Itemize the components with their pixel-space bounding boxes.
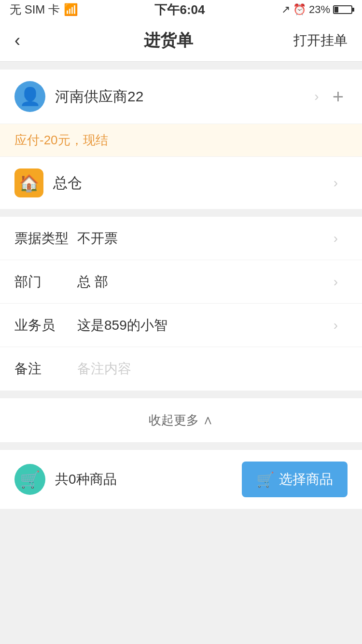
select-icon: 🛒 bbox=[256, 471, 274, 488]
supplier-name: 河南供应商22 bbox=[55, 87, 314, 107]
warehouse-chevron-icon: › bbox=[334, 175, 338, 191]
select-product-label: 选择商品 bbox=[279, 470, 333, 489]
supplier-chevron-icon: › bbox=[314, 89, 319, 104]
notice-bar: 应付-20元，现结 bbox=[0, 124, 362, 156]
department-value: 总 部 bbox=[77, 273, 334, 291]
time-label: 下午6:04 bbox=[154, 1, 205, 18]
add-supplier-button[interactable]: + bbox=[329, 86, 348, 108]
carrier-label: 无 SIM 卡 bbox=[10, 2, 60, 17]
remark-value: 备注内容 bbox=[77, 360, 348, 378]
salesperson-value: 这是859的小智 bbox=[77, 316, 334, 335]
salesperson-chevron-icon: › bbox=[334, 318, 338, 333]
page-title: 进货单 bbox=[144, 29, 193, 52]
status-bar: 无 SIM 卡 📶 下午6:04 ↗ ⏰ 23% bbox=[0, 0, 362, 19]
home-icon: 🏠 bbox=[19, 173, 39, 193]
location-icon: ↗ bbox=[281, 3, 290, 16]
product-icon: 🛒 bbox=[14, 464, 45, 495]
salesperson-label: 业务员 bbox=[14, 316, 77, 335]
notice-text: 应付-20元，现结 bbox=[14, 133, 108, 147]
remark-row[interactable]: 备注 备注内容 bbox=[0, 347, 362, 391]
form-section: 票据类型 不开票 › 部门 总 部 › 业务员 这是859的小智 › 备注 备注… bbox=[0, 217, 362, 391]
department-label: 部门 bbox=[14, 273, 77, 291]
department-chevron-icon: › bbox=[334, 274, 338, 290]
invoice-type-row[interactable]: 票据类型 不开票 › bbox=[0, 217, 362, 260]
user-icon: 👤 bbox=[19, 86, 41, 107]
battery-percent: 23% bbox=[309, 3, 330, 16]
status-right: ↗ ⏰ 23% bbox=[281, 3, 352, 16]
warehouse-name: 总仓 bbox=[53, 173, 334, 193]
section-gap-1 bbox=[0, 62, 362, 70]
supplier-row[interactable]: 👤 河南供应商22 › + bbox=[0, 70, 362, 124]
cart-icon: 🛒 bbox=[20, 470, 40, 489]
select-product-button[interactable]: 🛒 选择商品 bbox=[242, 462, 348, 497]
invoice-type-label: 票据类型 bbox=[14, 229, 77, 248]
product-count-label: 共0种商品 bbox=[55, 470, 242, 489]
remark-label: 备注 bbox=[14, 360, 77, 378]
invoice-type-chevron-icon: › bbox=[334, 231, 338, 246]
invoice-type-value: 不开票 bbox=[77, 229, 334, 248]
alarm-icon: ⏰ bbox=[293, 3, 306, 16]
collapse-label: 收起更多 ∧ bbox=[149, 412, 213, 429]
back-button[interactable]: ‹ bbox=[14, 30, 43, 51]
battery-icon bbox=[333, 5, 352, 14]
supplier-avatar: 👤 bbox=[14, 81, 45, 112]
warehouse-icon: 🏠 bbox=[14, 168, 43, 197]
collapse-button[interactable]: 收起更多 ∧ bbox=[0, 398, 362, 442]
wifi-icon: 📶 bbox=[64, 3, 78, 16]
status-left: 无 SIM 卡 📶 bbox=[10, 2, 78, 17]
open-pending-button[interactable]: 打开挂单 bbox=[293, 31, 348, 50]
salesperson-row[interactable]: 业务员 这是859的小智 › bbox=[0, 304, 362, 347]
warehouse-row[interactable]: 🏠 总仓 › bbox=[0, 156, 362, 209]
supplier-section: 👤 河南供应商22 › + 应付-20元，现结 🏠 总仓 › bbox=[0, 70, 362, 209]
product-section: 🛒 共0种商品 🛒 选择商品 bbox=[0, 450, 362, 509]
nav-bar: ‹ 进货单 打开挂单 bbox=[0, 19, 362, 62]
department-row[interactable]: 部门 总 部 › bbox=[0, 260, 362, 304]
